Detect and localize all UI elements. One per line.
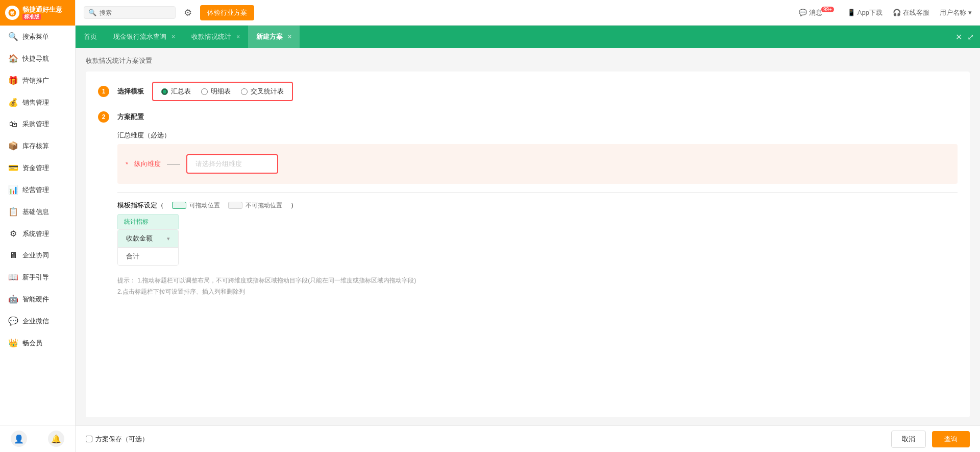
tab-new-plan-label: 新建方案	[256, 32, 283, 41]
toggle-fixed-box	[228, 202, 242, 209]
basic-info-icon: 📋	[8, 207, 18, 217]
sidebar-label-inventory: 库存核算	[22, 141, 49, 151]
topbar-right: 💬 消息 99+ 📱 App下载 🎧 在线客服 用户名称 ▾	[799, 8, 972, 17]
settings-icon[interactable]: ⚙	[184, 7, 192, 18]
tab-new-plan-close-icon[interactable]: ×	[288, 33, 291, 40]
tab-receipt-stat-close-icon[interactable]: ×	[236, 33, 240, 40]
radio-detail[interactable]	[201, 88, 208, 95]
radio-cross[interactable]	[241, 88, 248, 95]
sidebar-label-finance: 资金管理	[22, 163, 49, 173]
topbar-search-box[interactable]: 🔍	[84, 6, 176, 19]
sidebar-item-system[interactable]: ⚙ 系统管理	[0, 223, 75, 245]
hints-section: 提示： 1.拖动标题栏可以调整布局，不可跨维度或指标区域拖动目字段(只能在同一维…	[117, 275, 958, 297]
metrics-title-text: 模板指标设定（	[117, 201, 164, 209]
edition-badge: 标准版	[22, 14, 41, 20]
sidebar-label-quick-nav: 快捷导航	[22, 54, 49, 63]
inventory-icon: 📦	[8, 141, 18, 151]
step1-number: 1	[98, 86, 109, 97]
purchase-icon: 🛍	[8, 120, 18, 129]
sidebar-item-basic-info[interactable]: 📋 基础信息	[0, 201, 75, 223]
sidebar-item-sales[interactable]: 💰 销售管理	[0, 91, 75, 113]
tab-receipt-stat[interactable]: 收款情况统计 ×	[183, 26, 248, 48]
sidebar-item-finance[interactable]: 💳 资金管理	[0, 157, 75, 179]
sidebar-label-wechat: 企业微信	[22, 317, 49, 326]
sidebar-label-search-menu: 搜索菜单	[22, 32, 49, 41]
app-download-item[interactable]: 📱 App下载	[847, 8, 883, 17]
tab-bank-flow[interactable]: 现金银行流水查询 ×	[105, 26, 183, 48]
online-service-item[interactable]: 🎧 在线客服	[893, 8, 929, 17]
metrics-column-label: 收款金额	[126, 234, 153, 243]
sidebar-label-enterprise: 企业协同	[22, 251, 49, 260]
template-option-cross[interactable]: 交叉统计表	[241, 87, 284, 96]
industry-solution-button[interactable]: 体验行业方案	[200, 5, 254, 20]
dimension-placeholder: 请选择分组维度	[195, 160, 242, 168]
sidebar-item-enterprise[interactable]: 🖥 企业协同	[0, 245, 75, 266]
user-chevron-icon: ▾	[968, 9, 972, 16]
sidebar-bottom: 👤 🔔	[0, 425, 75, 452]
bottom-bar: 方案保存（可选） 取消 查询	[76, 425, 980, 452]
service-label: 在线客服	[903, 8, 929, 17]
step1-row: 1 选择模板 汇总表 明细表 交叉统计表	[98, 82, 958, 101]
sidebar-item-inventory[interactable]: 📦 库存核算	[0, 135, 75, 157]
metrics-total-row: 合计	[118, 248, 178, 265]
cancel-button[interactable]: 取消	[891, 431, 926, 448]
notification-badge: 99+	[821, 7, 834, 12]
sidebar-item-quick-nav[interactable]: 🏠 快捷导航	[0, 47, 75, 69]
notification-label: 消息	[809, 8, 822, 17]
quick-nav-icon: 🏠	[8, 54, 18, 63]
sidebar-item-smart-hardware[interactable]: 🤖 智能硬件	[0, 288, 75, 310]
tab-home[interactable]: 首页	[76, 26, 105, 48]
sidebar-bottom-icon-1[interactable]: 👤	[11, 431, 27, 447]
sidebar-item-wechat[interactable]: 💬 企业微信	[0, 310, 75, 332]
enterprise-icon: 🖥	[8, 251, 18, 260]
user-name-item[interactable]: 用户名称 ▾	[940, 8, 972, 17]
save-checkbox[interactable]	[86, 436, 92, 442]
svg-text:畅: 畅	[10, 11, 14, 15]
logo-text: 畅捷通好生意	[22, 6, 62, 14]
sidebar-item-guide[interactable]: 📖 新手引导	[0, 266, 75, 288]
wechat-icon: 💬	[8, 316, 18, 326]
sidebar-bottom-icon-2[interactable]: 🔔	[48, 431, 64, 447]
tab-home-label: 首页	[84, 32, 97, 41]
query-button[interactable]: 查询	[932, 431, 970, 447]
sidebar-item-member[interactable]: 👑 畅会员	[0, 332, 75, 354]
form-card: 1 选择模板 汇总表 明细表 交叉统计表	[86, 72, 970, 417]
sidebar-label-purchase: 采购管理	[22, 120, 49, 129]
template-detail-label: 明细表	[211, 87, 231, 96]
dimension-selector[interactable]: 请选择分组维度	[186, 154, 278, 174]
template-option-summary[interactable]: 汇总表	[161, 87, 191, 96]
sidebar: 畅 畅捷通好生意 标准版 🔍 搜索菜单 🏠 快捷导航 🎁 营销推广 💰 销售管理…	[0, 0, 76, 452]
tab-bank-flow-close-icon[interactable]: ×	[172, 33, 175, 40]
hint-text-1: 提示： 1.拖动标题栏可以调整布局，不可跨维度或指标区域拖动目字段(只能在同一维…	[117, 275, 958, 287]
template-options: 汇总表 明细表 交叉统计表	[152, 82, 293, 101]
system-icon: ⚙	[8, 229, 18, 239]
sidebar-item-marketing[interactable]: 🎁 营销推广	[0, 69, 75, 91]
dimension-required-star: *	[126, 160, 128, 168]
save-option[interactable]: 方案保存（可选）	[86, 435, 149, 444]
radio-summary[interactable]	[161, 88, 168, 95]
dimension-arrow: ——	[167, 160, 180, 168]
metrics-column-header[interactable]: 收款金额 ▾	[118, 230, 178, 248]
tabbar-actions: ✕ ⤢	[949, 26, 980, 48]
tab-new-plan[interactable]: 新建方案 ×	[248, 26, 300, 48]
breadcrumb: 收款情况统计方案设置	[86, 56, 970, 65]
search-input[interactable]	[100, 9, 171, 16]
content-area: 收款情况统计方案设置 1 选择模板 汇总表 明细表	[76, 48, 980, 425]
notification-item[interactable]: 💬 消息 99+	[799, 8, 837, 17]
sidebar-item-purchase[interactable]: 🛍 采购管理	[0, 113, 75, 135]
tab-expand-icon[interactable]: ⤢	[967, 32, 974, 42]
app-icon: 📱	[847, 9, 855, 16]
sidebar-logo: 畅 畅捷通好生意 标准版	[0, 0, 75, 26]
template-option-detail[interactable]: 明细表	[201, 87, 231, 96]
metrics-chevron-icon[interactable]: ▾	[167, 235, 170, 242]
sidebar-item-search-menu[interactable]: 🔍 搜索菜单	[0, 26, 75, 47]
step2-row: 2 方案配置	[98, 111, 958, 123]
topbar: 🔍 ⚙ 体验行业方案 💬 消息 99+ 📱 App下载 🎧 在线客服 用户名称 …	[76, 0, 980, 26]
template-cross-label: 交叉统计表	[251, 87, 284, 96]
metrics-header-label: 模板指标设定（	[117, 201, 164, 210]
tab-receipt-stat-label: 收款情况统计	[191, 32, 231, 41]
tab-close-all-icon[interactable]: ✕	[955, 32, 962, 42]
operations-icon: 📊	[8, 185, 18, 195]
sidebar-item-operations[interactable]: 📊 经营管理	[0, 179, 75, 201]
toggle-draggable-label: 可拖动位置	[189, 201, 220, 210]
